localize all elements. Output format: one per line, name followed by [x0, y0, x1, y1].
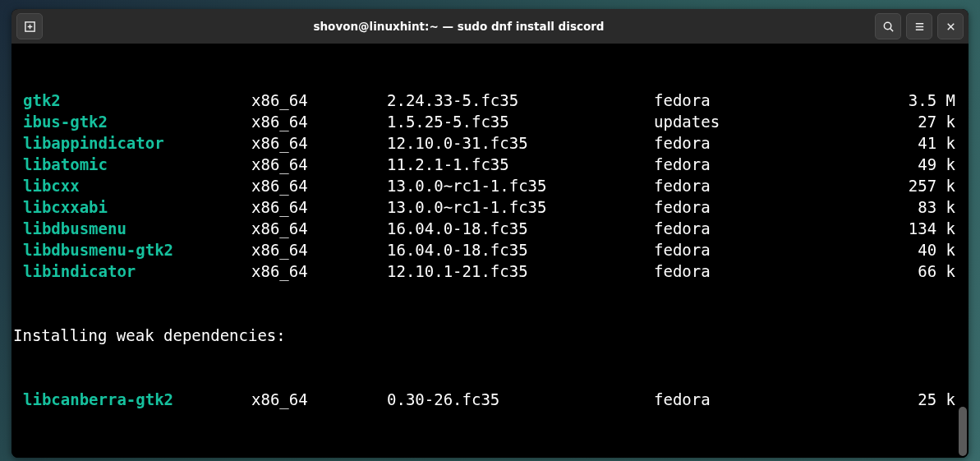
package-row: ibus-gtk2x86_641.5.25-5.fc35updates 27 k	[13, 111, 967, 132]
package-size: 41 k	[899, 132, 967, 154]
package-repo: fedora	[654, 154, 899, 175]
package-version: 16.04.0-18.fc35	[387, 239, 654, 260]
package-version: 1.5.25-5.fc35	[387, 111, 654, 132]
package-arch: x86_64	[251, 132, 387, 154]
package-version: 13.0.0~rc1-1.fc35	[387, 175, 654, 196]
package-arch: x86_64	[251, 175, 387, 196]
package-version: 12.10.0-31.fc35	[387, 132, 654, 154]
terminal-window: shovon@linuxhint:~ — sudo dnf install di…	[12, 9, 968, 458]
package-size: 66 k	[899, 260, 967, 282]
package-arch: x86_64	[251, 154, 387, 175]
package-arch: x86_64	[251, 90, 387, 111]
package-row: libcanberra-gtk2x86_640.30-26.fc35fedora…	[13, 389, 967, 410]
package-row: libindicatorx86_6412.10.1-21.fc35fedora …	[13, 260, 967, 282]
close-button[interactable]	[937, 13, 964, 39]
weak-deps-list: libcanberra-gtk2x86_640.30-26.fc35fedora…	[13, 389, 967, 410]
package-arch: x86_64	[251, 239, 387, 260]
package-arch: x86_64	[251, 260, 387, 282]
package-row: libdbusmenux86_6416.04.0-18.fc35fedora 1…	[13, 218, 967, 239]
package-size: 25 k	[899, 389, 967, 410]
package-size: 27 k	[899, 111, 967, 132]
package-name: ibus-gtk2	[13, 111, 251, 132]
new-tab-icon	[24, 21, 36, 33]
package-version: 0.30-26.fc35	[387, 389, 654, 410]
package-repo: fedora	[654, 260, 899, 282]
package-size: 49 k	[899, 154, 967, 175]
package-version: 13.0.0~rc1-1.fc35	[387, 196, 654, 218]
package-size: 134 k	[899, 218, 967, 239]
package-arch: x86_64	[251, 218, 387, 239]
package-list: gtk2x86_642.24.33-5.fc35fedora 3.5 Mibus…	[13, 90, 967, 282]
package-arch: x86_64	[251, 196, 387, 218]
search-icon	[882, 21, 895, 33]
package-row: libcxxx86_6413.0.0~rc1-1.fc35fedora 257 …	[13, 175, 967, 196]
menu-button[interactable]	[906, 13, 932, 39]
package-name: libappindicator	[13, 132, 251, 154]
package-name: libcxxabi	[13, 196, 251, 218]
package-row: libcxxabix86_6413.0.0~rc1-1.fc35fedora 8…	[13, 196, 967, 218]
weak-deps-header: Installing weak dependencies:	[13, 325, 967, 346]
package-repo: fedora	[654, 239, 899, 260]
scrollbar-thumb[interactable]	[959, 407, 967, 456]
package-row: libdbusmenu-gtk2x86_6416.04.0-18.fc35fed…	[13, 239, 967, 260]
package-row: gtk2x86_642.24.33-5.fc35fedora 3.5 M	[13, 90, 967, 111]
svg-line-4	[890, 28, 892, 30]
terminal-output[interactable]: gtk2x86_642.24.33-5.fc35fedora 3.5 Mibus…	[12, 44, 968, 458]
package-version: 11.2.1-1.fc35	[387, 154, 654, 175]
package-size: 83 k	[899, 196, 967, 218]
package-version: 12.10.1-21.fc35	[387, 260, 654, 282]
package-repo: fedora	[654, 196, 899, 218]
package-repo: fedora	[654, 175, 899, 196]
package-name: gtk2	[13, 90, 251, 111]
package-name: libatomic	[13, 154, 251, 175]
blank-line	[13, 453, 967, 458]
package-arch: x86_64	[251, 389, 387, 410]
hamburger-icon	[913, 21, 926, 33]
titlebar: shovon@linuxhint:~ — sudo dnf install di…	[12, 9, 968, 44]
package-name: libdbusmenu-gtk2	[13, 239, 251, 260]
package-name: libcxx	[13, 175, 251, 196]
new-tab-button[interactable]	[16, 13, 43, 39]
package-repo: fedora	[654, 90, 899, 111]
package-row: libappindicatorx86_6412.10.0-31.fc35fedo…	[13, 132, 967, 154]
package-size: 40 k	[899, 239, 967, 260]
package-size: 257 k	[899, 175, 967, 196]
package-size: 3.5 M	[899, 90, 967, 111]
package-repo: updates	[654, 111, 899, 132]
package-arch: x86_64	[251, 111, 387, 132]
window-title: shovon@linuxhint:~ — sudo dnf install di…	[43, 20, 875, 33]
package-repo: fedora	[654, 389, 899, 410]
package-name: libindicator	[13, 260, 251, 282]
package-name: libcanberra-gtk2	[13, 389, 251, 410]
close-icon	[945, 21, 957, 33]
package-row: libatomicx86_6411.2.1-1.fc35fedora 49 k	[13, 154, 967, 175]
package-version: 2.24.33-5.fc35	[387, 90, 654, 111]
package-repo: fedora	[654, 218, 899, 239]
package-version: 16.04.0-18.fc35	[387, 218, 654, 239]
search-button[interactable]	[875, 13, 901, 39]
svg-point-3	[884, 22, 890, 29]
package-name: libdbusmenu	[13, 218, 251, 239]
package-repo: fedora	[654, 132, 899, 154]
